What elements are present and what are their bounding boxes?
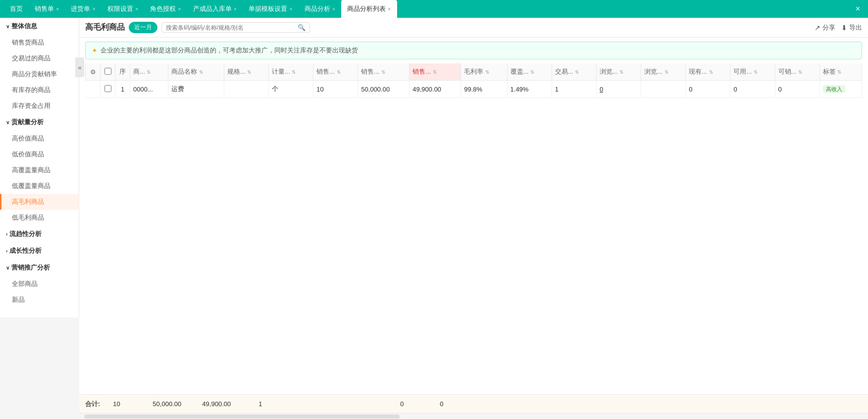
row-checkbox[interactable]	[101, 81, 115, 98]
col-spec[interactable]: 规格... ⇅	[224, 63, 268, 81]
info-text: 企业的主要的利润都是这部分商品创造的，可考虑加大推广，同时关注库存是不要出现缺货	[101, 46, 358, 55]
sidebar-item-high-coverage[interactable]: 高覆盖量商品	[0, 162, 79, 178]
close-sales-tab[interactable]: ×	[56, 6, 59, 12]
col-coverage[interactable]: 覆盖... ⇅	[507, 63, 552, 81]
col-sales-cost[interactable]: 销售... ⇅	[409, 63, 461, 81]
col-sales-amount[interactable]: 销售... ⇅	[358, 63, 409, 81]
top-nav: 首页 销售单 × 进货单 × 权限设置 × 角色授权 × 产成品入库单 × 单据…	[0, 0, 868, 18]
nav-tab-purchase-label: 进货单	[71, 4, 90, 13]
col-unit[interactable]: 计量... ⇅	[268, 63, 313, 81]
col-sellable-stock[interactable]: 可销... ⇅	[775, 63, 819, 81]
nav-tab-roles[interactable]: 角色授权 ×	[144, 0, 187, 18]
col-views1-label: 浏览...	[600, 68, 618, 75]
sidebar-item-low-margin[interactable]: 低毛利商品	[0, 210, 79, 226]
arrow-trend: ›	[6, 232, 7, 237]
sidebar-item-sales-goods[interactable]: 销售货商品	[0, 35, 79, 50]
row-settings[interactable]	[86, 81, 101, 98]
sidebar-group-marketing[interactable]: ∨ 营销推广分析	[0, 259, 79, 276]
row-select-checkbox[interactable]	[104, 85, 111, 92]
horizontal-scrollbar[interactable]	[79, 413, 868, 419]
nav-tab-analysis-list[interactable]: 商品分析列表 ×	[341, 0, 397, 18]
col-gross-margin[interactable]: 毛利率 ⇅	[461, 63, 507, 81]
footer-sales-amount: 50,000.00	[150, 400, 199, 408]
footer-transactions: 1	[249, 400, 397, 408]
nav-tab-home[interactable]: 首页	[4, 0, 29, 18]
col-tag[interactable]: 标签 ⇅	[819, 63, 862, 81]
sidebar-item-capital-occupation[interactable]: 库存资金占用	[0, 98, 79, 114]
sidebar-item-low-value[interactable]: 低价值商品	[0, 146, 79, 162]
close-permissions-tab[interactable]: ×	[135, 6, 138, 12]
sidebar-item-low-coverage[interactable]: 低覆盖量商品	[0, 178, 79, 194]
col-checkbox[interactable]	[101, 63, 115, 81]
col-name-label: 商品名称	[171, 68, 197, 75]
col-index[interactable]: 序	[115, 63, 130, 81]
nav-tab-warehouse[interactable]: 产成品入库单 ×	[187, 0, 243, 18]
arrow-marketing: ∨	[6, 265, 9, 271]
share-label: 分享	[822, 23, 835, 32]
footer-sales-qty: 10	[110, 400, 150, 408]
row-sales-cost: 49,900.00	[409, 81, 461, 98]
close-all-tabs[interactable]: ×	[852, 4, 864, 13]
scrollbar-thumb[interactable]	[84, 415, 400, 419]
col-transactions[interactable]: 交易... ⇅	[552, 63, 596, 81]
sidebar-group-trend[interactable]: › 流趋性分析	[0, 226, 79, 242]
col-sales-qty[interactable]: 销售... ⇅	[313, 63, 358, 81]
sidebar-item-traded-goods[interactable]: 交易过的商品	[0, 50, 79, 66]
row-sales-qty: 10	[313, 81, 358, 98]
nav-tab-analysis-list-label: 商品分析列表	[347, 4, 386, 13]
row-views1[interactable]: 0	[596, 81, 641, 98]
col-settings[interactable]: ⚙	[86, 63, 101, 81]
filter-last-month-button[interactable]: 近一月	[129, 22, 157, 33]
col-code[interactable]: 商... ⇅	[130, 63, 168, 81]
arrow-growth: ›	[6, 248, 7, 254]
footer-available-stock: 0	[437, 400, 476, 408]
col-transactions-label: 交易...	[555, 68, 573, 75]
col-sales-cost-label: 销售...	[412, 68, 431, 75]
sidebar-item-stock-goods[interactable]: 有库存的商品	[0, 82, 79, 98]
nav-tab-analysis[interactable]: 商品分析 ×	[299, 0, 341, 18]
sidebar-group-growth[interactable]: › 成长性分析	[0, 242, 79, 259]
close-purchase-tab[interactable]: ×	[92, 6, 95, 12]
col-current-stock[interactable]: 现有... ⇅	[686, 63, 730, 81]
nav-tab-sales[interactable]: 销售单 ×	[29, 0, 65, 18]
row-code: 0000...	[130, 81, 168, 98]
col-name[interactable]: 商品名称 ⇅	[168, 63, 224, 81]
close-analysis-list-tab[interactable]: ×	[388, 6, 391, 12]
sort-tag-icon: ⇅	[837, 69, 841, 75]
sidebar-group-growth-label: 成长性分析	[9, 246, 42, 255]
table-row: 1 0000... 运费 个 10 50,000.00 49,900.00 99…	[86, 81, 862, 98]
settings-icon[interactable]: ⚙	[90, 68, 96, 76]
content-header: 高毛利商品 近一月 🔍 ↗ 分享 ⬇ 导出	[79, 18, 868, 38]
nav-tab-template[interactable]: 单据模板设置 ×	[243, 0, 298, 18]
footer-label: 合计:	[85, 400, 100, 409]
export-button[interactable]: ⬇ 导出	[841, 23, 862, 32]
close-template-tab[interactable]: ×	[289, 6, 292, 12]
select-all-checkbox[interactable]	[104, 68, 111, 75]
row-unit: 个	[268, 81, 313, 98]
col-current-stock-label: 现有...	[689, 68, 707, 75]
row-views2	[641, 81, 686, 98]
sidebar-group-contribution[interactable]: ∨ 贡献量分析	[0, 114, 79, 131]
row-index: 1	[115, 81, 130, 98]
views1-link[interactable]: 0	[600, 86, 603, 93]
sidebar-item-contribution-rate[interactable]: 商品分贡献销率	[0, 66, 79, 82]
sidebar: ∨ 整体信息 销售货商品 交易过的商品 商品分贡献销率 有库存的商品 库存资金占…	[0, 18, 79, 318]
share-button[interactable]: ↗ 分享	[815, 23, 835, 32]
col-views2[interactable]: 浏览... ⇅	[641, 63, 686, 81]
nav-tab-purchase[interactable]: 进货单 ×	[65, 0, 101, 18]
close-analysis-tab[interactable]: ×	[332, 6, 335, 12]
search-input[interactable]	[166, 24, 296, 31]
nav-tab-permissions[interactable]: 权限设置 ×	[102, 0, 144, 18]
col-views1[interactable]: 浏览... ⇅	[596, 63, 641, 81]
row-tag: 高收入	[819, 81, 862, 98]
sidebar-group-overall[interactable]: ∨ 整体信息	[0, 18, 79, 35]
sidebar-item-high-value[interactable]: 高价值商品	[0, 131, 79, 146]
sidebar-collapse-button[interactable]: «	[75, 57, 84, 77]
close-roles-tab[interactable]: ×	[178, 6, 181, 12]
col-available-stock[interactable]: 可用... ⇅	[730, 63, 775, 81]
sidebar-item-high-margin[interactable]: 高毛利商品	[0, 194, 79, 210]
sidebar-item-all-goods[interactable]: 全部商品	[0, 276, 79, 292]
sidebar-item-new-goods[interactable]: 新品	[0, 292, 79, 308]
close-warehouse-tab[interactable]: ×	[234, 6, 237, 12]
search-icon[interactable]: 🔍	[298, 24, 306, 31]
